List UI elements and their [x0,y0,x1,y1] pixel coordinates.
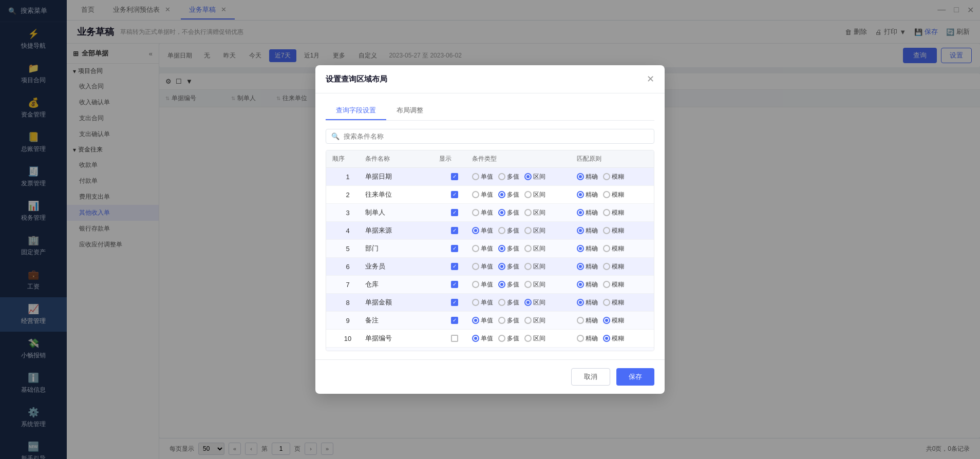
row-checkbox-7[interactable] [439,281,470,288]
radio-multi-9[interactable]: 多值 [498,316,519,325]
radio-range-5[interactable]: 区间 [524,244,545,253]
row-checkbox-3[interactable] [439,209,470,216]
radio-range-9[interactable]: 区间 [524,316,545,325]
row-match-4: 精确模糊 [577,226,654,235]
row-checkbox-1[interactable] [439,173,470,180]
radio-match-exact-6[interactable]: 精确 [577,262,598,271]
radio-single-10[interactable]: 单值 [472,334,493,343]
table-row: 10单据编号单值多值区间精确模糊 [326,330,654,348]
radio-range-3[interactable]: 区间 [524,208,545,217]
radio-match-fuzzy-5[interactable]: 模糊 [603,244,624,253]
row-checkbox-10[interactable] [439,335,470,342]
radio-match-fuzzy-2[interactable]: 模糊 [603,190,624,199]
radio-match-fuzzy-3[interactable]: 模糊 [603,208,624,217]
radio-single-3[interactable]: 单值 [472,208,493,217]
row-condition-type-9: 单值多值区间 [472,316,575,325]
row-condition-type-10: 单值多值区间 [472,334,575,343]
radio-match-fuzzy-7[interactable]: 模糊 [603,280,624,289]
radio-range-4[interactable]: 区间 [524,226,545,235]
table-row: 6业务员单值多值区间精确模糊 [326,258,654,276]
row-name-7: 仓库 [365,280,437,289]
radio-single-7[interactable]: 单值 [472,280,493,289]
table-row: 3制单人单值多值区间精确模糊 [326,204,654,222]
modal-tab-query-fields[interactable]: 查询字段设置 [326,102,386,120]
row-match-6: 精确模糊 [577,262,654,271]
row-condition-type-5: 单值多值区间 [472,244,575,253]
modal-header: 设置查询区域布局 ✕ [315,65,665,93]
radio-single-8[interactable]: 单值 [472,298,493,307]
row-name-2: 往来单位 [365,190,437,199]
row-match-3: 精确模糊 [577,208,654,217]
table-row: 1单据日期单值多值区间精确模糊 [326,168,654,186]
row-name-9: 备注 [365,316,437,325]
radio-multi-2[interactable]: 多值 [498,190,519,199]
save-button[interactable]: 保存 [616,368,654,386]
radio-multi-1[interactable]: 多值 [498,173,519,181]
row-match-9: 精确模糊 [577,316,654,325]
radio-match-exact-5[interactable]: 精确 [577,244,598,253]
row-order-3: 3 [332,209,363,217]
radio-match-exact-9[interactable]: 精确 [577,316,598,325]
settings-modal: 设置查询区域布局 ✕ 查询字段设置布局调整 🔍 顺序条件名称显示条件类型匹配原则… [315,65,665,394]
radio-match-fuzzy-4[interactable]: 模糊 [603,226,624,235]
row-condition-type-3: 单值多值区间 [472,208,575,217]
radio-range-7[interactable]: 区间 [524,280,545,289]
radio-single-5[interactable]: 单值 [472,244,493,253]
radio-multi-10[interactable]: 多值 [498,334,519,343]
radio-range-8[interactable]: 区间 [524,298,545,307]
radio-range-1[interactable]: 区间 [524,173,545,181]
radio-match-fuzzy-9[interactable]: 模糊 [603,316,624,325]
radio-single-2[interactable]: 单值 [472,190,493,199]
row-match-7: 精确模糊 [577,280,654,289]
radio-range-10[interactable]: 区间 [524,334,545,343]
radio-multi-6[interactable]: 多值 [498,262,519,271]
radio-single-9[interactable]: 单值 [472,316,493,325]
radio-multi-7[interactable]: 多值 [498,280,519,289]
settings-table-header: 顺序条件名称显示条件类型匹配原则 [326,150,654,168]
radio-match-fuzzy-8[interactable]: 模糊 [603,298,624,307]
radio-multi-8[interactable]: 多值 [498,298,519,307]
radio-single-1[interactable]: 单值 [472,173,493,181]
radio-match-exact-2[interactable]: 精确 [577,190,598,199]
radio-match-exact-4[interactable]: 精确 [577,226,598,235]
radio-match-fuzzy-10[interactable]: 模糊 [603,334,624,343]
radio-match-fuzzy-1[interactable]: 模糊 [603,173,624,181]
modal-tab-layout[interactable]: 布局调整 [386,102,434,120]
modal-search-input[interactable] [344,132,446,140]
row-order-9: 9 [332,317,363,324]
row-order-2: 2 [332,191,363,199]
modal-search-icon: 🔍 [331,132,340,140]
radio-single-6[interactable]: 单值 [472,262,493,271]
row-condition-type-2: 单值多值区间 [472,190,575,199]
row-order-1: 1 [332,173,363,181]
radio-match-fuzzy-6[interactable]: 模糊 [603,262,624,271]
radio-single-4[interactable]: 单值 [472,226,493,235]
radio-multi-3[interactable]: 多值 [498,208,519,217]
radio-match-exact-8[interactable]: 精确 [577,298,598,307]
row-order-5: 5 [332,245,363,253]
radio-range-2[interactable]: 区间 [524,190,545,199]
radio-match-exact-1[interactable]: 精确 [577,173,598,181]
radio-match-exact-7[interactable]: 精确 [577,280,598,289]
row-checkbox-6[interactable] [439,263,470,270]
radio-range-6[interactable]: 区间 [524,262,545,271]
cancel-button[interactable]: 取消 [571,368,610,386]
row-checkbox-5[interactable] [439,245,470,252]
row-order-6: 6 [332,263,363,271]
row-checkbox-9[interactable] [439,317,470,324]
modal-tabs: 查询字段设置布局调整 [326,102,654,121]
row-checkbox-2[interactable] [439,191,470,198]
row-condition-type-8: 单值多值区间 [472,298,575,307]
row-checkbox-4[interactable] [439,227,470,234]
row-name-5: 部门 [365,244,437,253]
row-condition-type-7: 单值多值区间 [472,280,575,289]
modal-close-btn[interactable]: ✕ [647,73,654,85]
radio-match-exact-3[interactable]: 精确 [577,208,598,217]
table-row: 5部门单值多值区间精确模糊 [326,240,654,258]
radio-multi-4[interactable]: 多值 [498,226,519,235]
row-order-8: 8 [332,299,363,307]
row-checkbox-8[interactable] [439,299,470,306]
radio-match-exact-10[interactable]: 精确 [577,334,598,343]
row-order-7: 7 [332,281,363,289]
radio-multi-5[interactable]: 多值 [498,244,519,253]
